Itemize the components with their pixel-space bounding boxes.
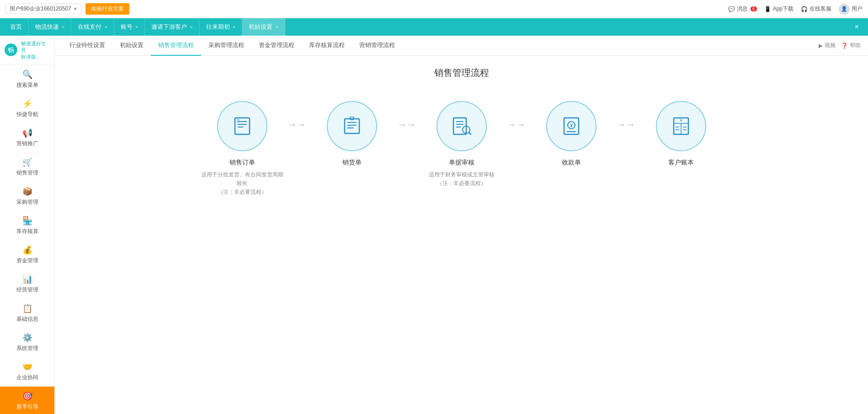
tab-invite[interactable]: 邀请下游客户 ×	[145, 18, 199, 36]
svg-rect-7	[345, 119, 359, 133]
sidebar-newguide-label: 新手引导	[16, 403, 38, 411]
sub-tab-inventory-flow[interactable]: 库存核算流程	[302, 36, 352, 56]
tab-account[interactable]: 账号 ×	[114, 18, 145, 36]
tab-account-close[interactable]: ×	[135, 24, 138, 30]
tab-logistics-close[interactable]: ×	[62, 24, 64, 30]
tab-period[interactable]: 往来期初 ×	[200, 18, 242, 36]
svg-text:畅: 畅	[8, 46, 14, 53]
review-desc: 适用于财务审核或主管审核（注：非必要流程）	[429, 170, 495, 188]
tab-logistics[interactable]: 物流快递 ×	[29, 18, 71, 36]
tab-invite-close[interactable]: ×	[190, 24, 192, 30]
sidebar-item-marketing[interactable]: 📢 营销推广	[0, 123, 54, 153]
delivery-circle	[327, 101, 377, 151]
sub-tab-sales-flow[interactable]: 销售管理流程	[151, 36, 201, 56]
service-item[interactable]: 🎧 在线客服	[801, 5, 831, 13]
review-icon	[451, 115, 473, 137]
sidebar: 畅 畅捷通好生意 标准版 🔍 搜索菜单 ⚡ 快捷导航 📢 营销推广 🛒 销售管理…	[0, 36, 55, 414]
sub-tab-marketing-flow[interactable]: 营销管理流程	[352, 36, 402, 56]
top-bar-left: 用户690企业1660120507 ▼ 体验行业方案	[5, 3, 129, 15]
svg-text:¥: ¥	[570, 123, 573, 128]
user-select[interactable]: 用户690企业1660120507 ▼	[5, 4, 82, 14]
sub-tab-inventory-flow-label: 库存核算流程	[309, 41, 345, 49]
sidebar-item-finance[interactable]: 💰 资金管理	[0, 240, 54, 270]
corp-collab-icon: 🤝	[22, 362, 32, 372]
flow-item-ledger: ¥ 客户账本	[640, 101, 722, 170]
nav-tabs: 首页 物流快递 × 在线支付 × 账号 × 邀请下游客户 × 往来期初 × 初始…	[0, 18, 868, 36]
logo-text: 畅捷通好生意 标准版	[21, 40, 51, 60]
tab-period-close[interactable]: ×	[233, 24, 235, 30]
sub-tab-finance-flow-label: 资金管理流程	[259, 41, 294, 49]
ledger-circle: ¥	[656, 101, 706, 151]
sidebar-item-corp-collab[interactable]: 🤝 企业协同	[0, 357, 54, 387]
sub-tab-finance-flow[interactable]: 资金管理流程	[251, 36, 302, 56]
sub-tab-purchase-flow-label: 采购管理流程	[208, 41, 244, 49]
avatar: 👤	[839, 4, 850, 15]
receipt-icon: ¥	[560, 115, 582, 137]
app-download-item[interactable]: 📱 App下载	[764, 5, 793, 13]
headset-icon: 🎧	[801, 6, 808, 12]
logo-edition: 标准版	[21, 53, 51, 60]
sidebar-item-purchase[interactable]: 📦 采购管理	[0, 182, 54, 211]
sidebar-item-search[interactable]: 🔍 搜索菜单	[0, 65, 54, 94]
tab-setup-label: 初始设置	[249, 23, 272, 31]
sidebar-item-base[interactable]: 📋 基础信息	[0, 299, 54, 328]
flow-diagram: 销售订单 适用于分批发货、有合同发货周期较长（注：非必要流程） →→	[66, 101, 857, 197]
sidebar-item-newguide[interactable]: 🎯 新手引导	[0, 387, 54, 414]
sales-order-name: 销售订单	[229, 159, 255, 167]
arrow-3: →→	[503, 101, 530, 130]
message-item[interactable]: 💬 消息 6	[728, 5, 757, 13]
top-bar-right: 💬 消息 6 📱 App下载 🎧 在线客服 👤 用户	[728, 4, 863, 15]
sidebar-item-inventory[interactable]: 🏪 库存核算	[0, 211, 54, 240]
logo-name: 畅捷通好生意	[21, 40, 51, 53]
nav-close-all[interactable]: ×	[849, 23, 864, 31]
sidebar-sales-label: 销售管理	[16, 169, 38, 177]
tab-period-label: 往来期初	[206, 23, 230, 31]
sidebar-base-label: 基础信息	[16, 315, 38, 323]
sidebar-inventory-label: 库存核算	[16, 228, 38, 235]
sub-tab-industry-label: 行业特性设置	[69, 41, 105, 49]
sidebar-purchase-label: 采购管理	[16, 198, 38, 206]
user-name: 用户	[852, 5, 863, 13]
tab-home[interactable]: 首页	[4, 18, 29, 36]
tab-setup[interactable]: 初始设置 ×	[242, 18, 285, 36]
sidebar-item-sales[interactable]: 🛒 销售管理	[0, 153, 54, 182]
content-area: 行业特性设置 初始设置 销售管理流程 采购管理流程 资金管理流程 库存核算流程 …	[55, 36, 868, 414]
message-badge: 6	[751, 6, 757, 11]
sub-tab-purchase-flow[interactable]: 采购管理流程	[201, 36, 251, 56]
ledger-icon: ¥	[670, 115, 692, 137]
svg-rect-12	[453, 118, 466, 134]
video-label: 视频	[825, 42, 836, 49]
tab-home-label: 首页	[10, 23, 22, 31]
tab-payment[interactable]: 在线支付 ×	[71, 18, 114, 36]
sub-tab-industry[interactable]: 行业特性设置	[62, 36, 112, 56]
trial-button[interactable]: 体验行业方案	[85, 3, 129, 15]
sidebar-logo: 畅 畅捷通好生意 标准版	[0, 36, 54, 65]
sidebar-item-quicknav[interactable]: ⚡ 快捷导航	[0, 94, 54, 123]
sidebar-operations-label: 经营管理	[16, 286, 38, 294]
sidebar-item-system[interactable]: ⚙️ 系统管理	[0, 328, 54, 357]
finance-icon: 💰	[22, 245, 32, 255]
tab-payment-close[interactable]: ×	[104, 24, 107, 30]
flow-item-review: 单据审核 适用于财务审核或主管审核（注：非必要流程）	[421, 101, 503, 188]
sales-order-circle	[217, 101, 267, 151]
page-title: 销售管理流程	[66, 67, 857, 79]
tab-payment-label: 在线支付	[78, 23, 101, 31]
user-avatar-item[interactable]: 👤 用户	[839, 4, 863, 15]
sales-order-icon	[231, 115, 253, 137]
flow-item-delivery: 销货单	[311, 101, 393, 170]
video-help[interactable]: ▶ 视频	[819, 42, 836, 49]
help-link[interactable]: ❓ 帮助	[841, 42, 861, 49]
tab-logistics-label: 物流快递	[35, 23, 59, 31]
arrow-2: →→	[393, 101, 421, 130]
sub-tab-initial[interactable]: 初始设置	[112, 36, 151, 56]
purchase-icon: 📦	[22, 186, 32, 196]
sidebar-item-operations[interactable]: 📊 经营管理	[0, 270, 54, 299]
sub-tabs-right: ▶ 视频 ❓ 帮助	[819, 42, 861, 49]
tab-setup-close[interactable]: ×	[275, 24, 278, 30]
video-icon: ▶	[819, 42, 823, 49]
newguide-icon: 🎯	[22, 391, 32, 401]
question-icon: ❓	[841, 42, 848, 49]
sidebar-quicknav-label: 快捷导航	[16, 111, 38, 118]
review-name: 单据审核	[449, 159, 474, 167]
top-bar: 用户690企业1660120507 ▼ 体验行业方案 💬 消息 6 📱 App下…	[0, 0, 868, 18]
